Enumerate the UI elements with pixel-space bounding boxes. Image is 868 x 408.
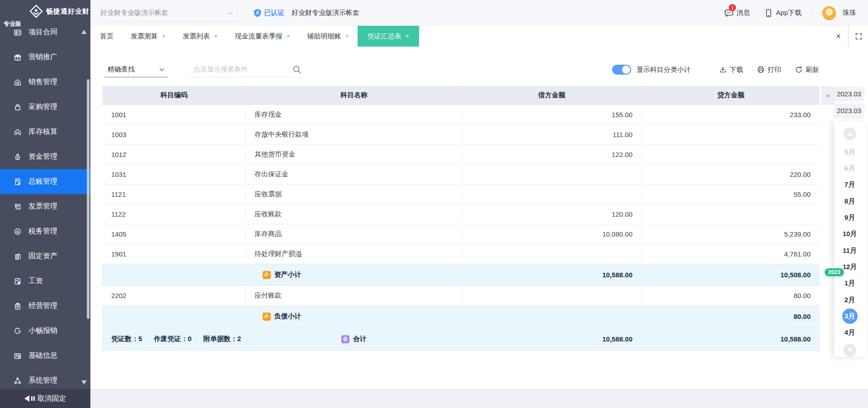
debit-amount: 111.00 [462, 125, 642, 144]
sidebar-scroll-down-icon[interactable] [81, 380, 87, 384]
sidebar-item-system[interactable]: 系统管理 [0, 368, 90, 389]
shopping-bag-icon [14, 103, 22, 111]
search-placeholder: 点击显示搜索条件 [193, 65, 248, 74]
sidebar-item-purchasing[interactable]: 采购管理 [0, 95, 90, 119]
voucher-summary-table: 科目编码 科目名称 借方金额 贷方金额 1001 库存现金 155.00 233… [102, 86, 820, 351]
month-item-selected[interactable]: 3月 [834, 308, 865, 324]
table-row[interactable]: 1003 存放中央银行款项 111.00 [102, 125, 820, 145]
g-logo-icon [14, 327, 22, 335]
sidebar-item-marketing[interactable]: 营销推广 [0, 45, 90, 70]
account-book-select[interactable]: 好业财专业版演示帐套 [100, 5, 234, 22]
credit-amount: 80.00 [642, 306, 820, 327]
collapse-panel-button[interactable]: » [821, 86, 834, 105]
month-item[interactable]: 10月 [834, 226, 865, 242]
sidebar-menu: 项目合同 营销推广 销售管理 采购管理 库存核算 资金管理 [0, 20, 90, 389]
username: 珠珠 [843, 9, 856, 17]
app-download-button[interactable]: App下载 [764, 9, 802, 18]
divider [811, 9, 812, 18]
verified-badge[interactable]: 企 已认证 [253, 0, 284, 26]
month-item[interactable]: 7月 [834, 177, 865, 193]
app-logo: 畅捷通好业财 [0, 3, 90, 19]
month-item[interactable]: 9月 [834, 209, 865, 226]
table-row[interactable]: 2202 应付账款 80.00 [102, 286, 820, 306]
tab-close-icon[interactable]: × [162, 33, 165, 39]
sidebar-item-label: 基础信息 [28, 351, 57, 361]
sidebar-item-invoices[interactable]: 发票管理 [0, 194, 90, 219]
total-label-cell: 合 合计 [246, 327, 462, 351]
credit-amount [642, 204, 820, 224]
tab-invoice-list[interactable]: 发票列表 × [174, 26, 226, 47]
sidebar-item-label: 项目合同 [28, 28, 57, 37]
table-row[interactable]: 1012 其他货币资金 122.00 [102, 145, 820, 165]
asset-subtotal-row[interactable]: 小 资产小计 10,588.00 10,508.00 [102, 264, 820, 286]
unpin-sidebar-button[interactable]: 取消固定 [0, 389, 90, 408]
user-menu[interactable]: 珠珠 [822, 6, 856, 20]
month-item[interactable]: 2月 [834, 292, 865, 308]
table-row[interactable]: 1001 库存现金 155.00 233.00 [102, 105, 820, 125]
tab-home[interactable]: 首页 [91, 26, 122, 47]
close-all-button[interactable]: × [829, 26, 848, 47]
print-button[interactable]: 打印 [757, 66, 781, 74]
sidebar-item-funds[interactable]: 资金管理 [0, 144, 90, 169]
scroll-months-down-button[interactable] [844, 344, 856, 356]
tab-close-icon[interactable]: × [214, 33, 217, 39]
messages-button[interactable]: 消息 1 [724, 9, 750, 18]
table-row[interactable]: 1901 待处理财产损溢 4,761.00 [102, 244, 820, 264]
liability-subtotal-row[interactable]: 小 负债小计 80.00 [102, 306, 820, 327]
tab-close-icon[interactable]: × [406, 33, 409, 39]
user-avatar [822, 6, 836, 20]
subtotal-label: 负债小计 [274, 312, 302, 321]
toggle-knob [622, 66, 630, 74]
sidebar-item-project-contract[interactable]: 项目合同 [0, 20, 90, 45]
table-row[interactable]: 1031 存出保证金 220.00 [102, 165, 820, 185]
sidebar-item-general-ledger[interactable]: 总账管理 [0, 169, 90, 194]
sidebar-item-inventory[interactable]: 库存核算 [0, 119, 90, 144]
sidebar-item-operations[interactable]: 经营管理 [0, 294, 90, 318]
sidebar-item-payroll[interactable]: 工资 [0, 269, 90, 294]
shield-icon: 企 [253, 9, 262, 18]
tab-auxiliary-ledger[interactable]: 辅助明细账 × [299, 26, 358, 47]
table-row[interactable]: 1405 库存商品 10,080.00 5,239.00 [102, 224, 820, 244]
grand-total-row[interactable]: 凭证数：5 作废凭证：0 附单据数：2 合 合计 10,588.00 10,58… [102, 327, 820, 351]
tab-bar: 首页 发票测算 × 发票列表 × 现金流量表季报 × 辅助明细账 × 凭证汇总表… [90, 26, 868, 47]
sidebar-item-fixed-assets[interactable]: 固定资产 [0, 244, 90, 269]
debit-amount [462, 286, 642, 305]
table-row[interactable]: 1121 应收票据 55.00 [102, 185, 820, 204]
sidebar-item-xiaochang-expense[interactable]: 小畅报销 [0, 318, 90, 343]
sidebar-scrollbar[interactable] [87, 79, 90, 319]
tab-cashflow-quarterly[interactable]: 现金流量表季报 × [226, 26, 298, 47]
month-item[interactable]: 4月 [834, 325, 865, 341]
download-button[interactable]: 下载 [719, 66, 743, 74]
tab-close-icon[interactable]: × [345, 33, 349, 39]
table-row[interactable]: 1122 应收账款 120.00 [102, 204, 820, 224]
month-item[interactable]: 8月 [834, 193, 865, 209]
search-input[interactable]: 点击显示搜索条件 [190, 62, 304, 77]
subtotal-icon: 小 [263, 271, 271, 279]
month-item[interactable]: 1月 [834, 275, 865, 292]
search-icon[interactable] [292, 65, 302, 75]
gift-icon [14, 53, 22, 62]
show-subtotals-toggle[interactable] [612, 65, 631, 75]
tab-voucher-summary[interactable]: 凭证汇总表 × [358, 26, 419, 47]
chevron-down-icon [158, 66, 165, 73]
sidebar-item-tax[interactable]: 税务管理 [0, 219, 90, 244]
id-card-icon [14, 352, 22, 360]
month-item[interactable]: 11月 [834, 242, 865, 259]
brand-logo-icon [29, 4, 43, 19]
close-icon: × [836, 32, 841, 41]
sidebar-item-basic-info[interactable]: 基础信息 [0, 343, 90, 368]
debit-amount [462, 306, 642, 327]
warehouse-icon [14, 128, 22, 136]
scroll-months-up-button[interactable] [844, 128, 856, 140]
search-mode-select[interactable]: 精确查找 [104, 62, 168, 77]
period-chip-end[interactable]: 2023.03 [834, 104, 864, 117]
double-chevron-up-icon [846, 130, 854, 138]
print-icon [757, 66, 765, 74]
sidebar-item-sales[interactable]: 销售管理 [0, 70, 90, 95]
refresh-button[interactable]: 刷新 [795, 66, 819, 74]
payslip-icon [14, 277, 22, 285]
tab-close-icon[interactable]: × [286, 33, 290, 39]
tab-invoice-calc[interactable]: 发票测算 × [122, 26, 174, 47]
period-chip-start[interactable]: 2023.03 [834, 87, 864, 100]
fullscreen-button[interactable] [849, 26, 868, 47]
